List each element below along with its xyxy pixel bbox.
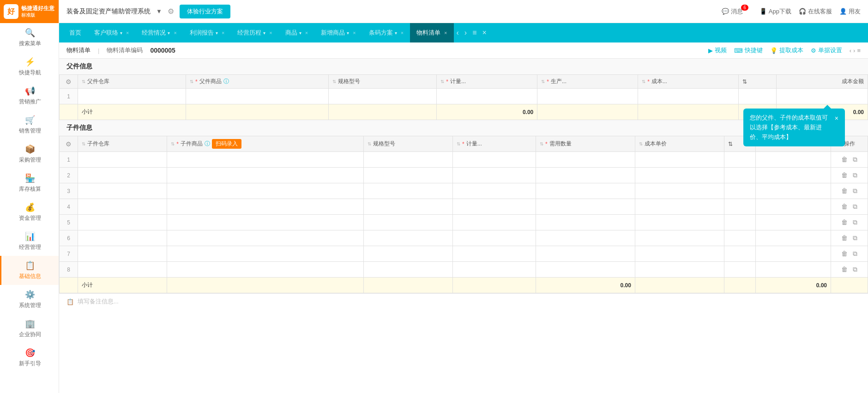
child-warehouse-4[interactable] (78, 199, 167, 215)
child-goods-7[interactable] (167, 246, 364, 262)
tab-history[interactable]: 经营历程 ▾ × (231, 23, 278, 42)
sidebar-item-operation[interactable]: 📊 经营管理 (0, 227, 59, 256)
parent-qty-1[interactable] (437, 89, 537, 104)
system-dropdown[interactable]: ▼ (156, 8, 162, 15)
bill-settings-button[interactable]: ⚙ 单据设置 (811, 46, 842, 54)
scan-button[interactable]: 扫码录入 (212, 139, 241, 149)
settings-icon[interactable]: ⚙ (168, 7, 174, 16)
online-service-button[interactable]: 🎧 在线客服 (799, 7, 832, 16)
child-goods-3[interactable] (167, 183, 364, 199)
child-qty-unit-2[interactable] (453, 168, 536, 183)
video-button[interactable]: ▶ 视频 (708, 46, 727, 54)
user-button[interactable]: 👤 用友 (839, 7, 861, 16)
child-spec-8[interactable] (363, 262, 452, 278)
sidebar-item-purchase[interactable]: 📦 采购管理 (0, 139, 59, 169)
child-warehouse-1[interactable] (78, 152, 167, 168)
copy-button-4[interactable]: ⧉ (851, 202, 859, 212)
delete-button-6[interactable]: 🗑 (839, 233, 850, 242)
child-unit-cost-3[interactable] (635, 183, 724, 199)
parent-produce-1[interactable] (537, 89, 638, 104)
child-need-qty-5[interactable] (536, 215, 635, 230)
child-qty-unit-7[interactable] (453, 246, 536, 262)
tab-bom[interactable]: 物料清单 × (410, 23, 453, 42)
copy-button-5[interactable]: ⧉ (851, 218, 859, 227)
child-warehouse-2[interactable] (78, 168, 167, 183)
child-spec-5[interactable] (363, 215, 452, 230)
copy-button-7[interactable]: ⧉ (851, 249, 859, 259)
sidebar-item-quick-nav[interactable]: ⚡ 快捷导航 (0, 52, 59, 81)
tab-profit-close[interactable]: × (222, 30, 224, 36)
child-goods-2[interactable] (167, 168, 364, 183)
child-spec-2[interactable] (363, 168, 452, 183)
parent-th-gear[interactable]: ⚙ (60, 75, 78, 89)
bottom-bar[interactable]: 📋 填写备注信息... (59, 293, 868, 309)
delete-button-8[interactable]: 🗑 (839, 265, 850, 274)
sidebar-item-finance[interactable]: 💰 资金管理 (0, 198, 59, 227)
child-need-qty-8[interactable] (536, 262, 635, 278)
sidebar-item-marketing[interactable]: 📢 营销推广 (0, 81, 59, 110)
child-qty-unit-8[interactable] (453, 262, 536, 278)
child-qty-unit-1[interactable] (453, 152, 536, 168)
tooltip-close-button[interactable]: × (835, 113, 838, 123)
copy-button-2[interactable]: ⧉ (851, 170, 859, 180)
child-qty-unit-6[interactable] (453, 230, 536, 246)
child-qty-unit-5[interactable] (453, 215, 536, 230)
child-warehouse-7[interactable] (78, 246, 167, 262)
child-qty-unit-3[interactable] (453, 183, 536, 199)
tab-barcode[interactable]: 条码方案 ▾ × (362, 23, 410, 42)
child-goods-1[interactable] (167, 152, 364, 168)
copy-button-3[interactable]: ⧉ (851, 186, 859, 196)
child-warehouse-6[interactable] (78, 230, 167, 246)
child-warehouse-5[interactable] (78, 215, 167, 230)
parent-gear-icon[interactable]: ⚙ (66, 78, 72, 85)
sidebar-item-system[interactable]: ⚙️ 系统管理 (0, 285, 59, 314)
child-unit-cost-5[interactable] (635, 215, 724, 230)
delete-button-4[interactable]: 🗑 (839, 202, 850, 211)
page-prev-icon[interactable]: ‹ (850, 47, 851, 54)
trial-button[interactable]: 体验行业方案 (180, 5, 230, 18)
child-unit-cost-6[interactable] (635, 230, 724, 246)
nav-menu-btn[interactable]: ≡ (470, 29, 479, 37)
tab-operation-status[interactable]: 经营情况 ▾ × (135, 23, 183, 42)
tab-add-goods[interactable]: 新增商品 ▾ × (314, 23, 362, 42)
child-spec-4[interactable] (363, 199, 452, 215)
page-next-icon[interactable]: › (853, 47, 855, 54)
delete-button-5[interactable]: 🗑 (839, 218, 850, 227)
child-unit-cost-2[interactable] (635, 168, 724, 183)
child-need-qty-4[interactable] (536, 199, 635, 215)
child-goods-8[interactable] (167, 262, 364, 278)
child-th-gear[interactable]: ⚙ (60, 136, 78, 152)
parent-goods-1[interactable] (186, 89, 329, 104)
child-goods-6[interactable] (167, 230, 364, 246)
copy-button-8[interactable]: ⧉ (851, 265, 859, 274)
tab-add-goods-close[interactable]: × (353, 30, 356, 36)
tab-profit[interactable]: 利润报告 ▾ × (183, 23, 231, 42)
app-download-button[interactable]: 📱 App下载 (760, 7, 791, 16)
copy-button-6[interactable]: ⧉ (851, 233, 859, 243)
parent-warehouse-1[interactable] (78, 89, 186, 104)
tab-bom-close[interactable]: × (444, 30, 447, 36)
delete-button-7[interactable]: 🗑 (839, 249, 850, 258)
child-goods-5[interactable] (167, 215, 364, 230)
sidebar-item-enterprise[interactable]: 🏢 企业协同 (0, 314, 59, 343)
child-unit-cost-7[interactable] (635, 246, 724, 262)
child-goods-4[interactable] (167, 199, 364, 215)
tab-home[interactable]: 首页 (63, 23, 88, 42)
tab-customer[interactable]: 客户联络 ▾ × (88, 23, 135, 42)
cost-button[interactable]: 💡 提取成本 (770, 46, 803, 54)
tab-barcode-close[interactable]: × (401, 30, 404, 36)
sidebar-item-basic-info[interactable]: 📋 基础信息 (0, 256, 59, 285)
child-warehouse-3[interactable] (78, 183, 167, 199)
nav-prev-btn[interactable]: ‹ (454, 29, 462, 37)
sidebar-item-inventory[interactable]: 🏪 库存核算 (0, 169, 59, 198)
nav-next-btn[interactable]: › (462, 29, 470, 37)
tab-goods[interactable]: 商品 ▾ × (279, 23, 314, 42)
child-unit-cost-4[interactable] (635, 199, 724, 215)
child-spec-7[interactable] (363, 246, 452, 262)
child-warehouse-8[interactable] (78, 262, 167, 278)
child-need-qty-3[interactable] (536, 183, 635, 199)
sidebar-item-sales[interactable]: 🛒 销售管理 (0, 110, 59, 139)
parent-cost-1[interactable] (638, 89, 739, 104)
copy-button-1[interactable]: ⧉ (851, 155, 859, 164)
child-spec-3[interactable] (363, 183, 452, 199)
